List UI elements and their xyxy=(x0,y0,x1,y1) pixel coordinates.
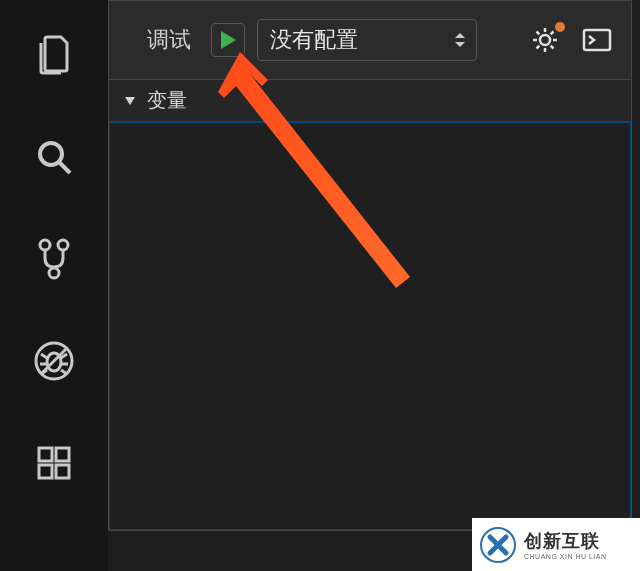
settings-badge xyxy=(555,22,565,32)
activity-explorer[interactable] xyxy=(29,30,79,80)
svg-marker-19 xyxy=(455,33,465,38)
watermark-text: 创新互联 CHUANG XIN HU LIAN xyxy=(524,529,607,560)
select-chevron-icon xyxy=(454,32,466,48)
svg-point-2 xyxy=(40,240,50,250)
start-debug-button[interactable] xyxy=(211,23,245,57)
svg-line-1 xyxy=(59,162,70,173)
debug-config-select[interactable]: 没有配置 xyxy=(257,19,477,61)
open-terminal-button[interactable] xyxy=(577,20,617,60)
branch-icon xyxy=(35,237,73,281)
variables-section-header[interactable]: 变量 xyxy=(109,80,631,122)
svg-marker-23 xyxy=(125,97,135,105)
svg-rect-16 xyxy=(56,465,69,478)
svg-rect-14 xyxy=(39,448,52,461)
settings-button[interactable] xyxy=(525,20,565,60)
variables-body xyxy=(109,122,631,530)
svg-point-3 xyxy=(58,240,68,250)
svg-line-12 xyxy=(61,370,67,374)
search-icon xyxy=(34,137,74,177)
svg-point-4 xyxy=(49,268,59,278)
activity-debug[interactable] xyxy=(29,336,79,386)
files-icon xyxy=(35,33,73,77)
debug-topbar: 调试 没有配置 xyxy=(108,0,632,80)
debug-config-value: 没有配置 xyxy=(270,25,358,55)
play-icon xyxy=(219,30,237,50)
svg-rect-22 xyxy=(584,30,610,50)
no-bug-icon xyxy=(33,340,75,382)
terminal-icon xyxy=(582,28,612,52)
svg-rect-15 xyxy=(39,465,52,478)
svg-point-0 xyxy=(40,143,62,165)
chevron-down-icon xyxy=(123,95,137,107)
svg-rect-17 xyxy=(56,448,69,461)
debug-label: 调试 xyxy=(147,25,191,55)
svg-marker-18 xyxy=(221,31,236,49)
activity-search[interactable] xyxy=(29,132,79,182)
watermark: 创新互联 CHUANG XIN HU LIAN xyxy=(472,518,640,571)
activity-bar xyxy=(0,0,108,571)
extensions-icon xyxy=(35,444,73,482)
svg-point-21 xyxy=(540,35,550,45)
svg-line-7 xyxy=(41,354,47,358)
debug-side-panel: 变量 xyxy=(108,80,632,531)
activity-scm[interactable] xyxy=(29,234,79,284)
variables-section-title: 变量 xyxy=(147,87,187,114)
watermark-logo-icon xyxy=(480,527,516,563)
svg-marker-20 xyxy=(455,42,465,47)
activity-extensions[interactable] xyxy=(29,438,79,488)
